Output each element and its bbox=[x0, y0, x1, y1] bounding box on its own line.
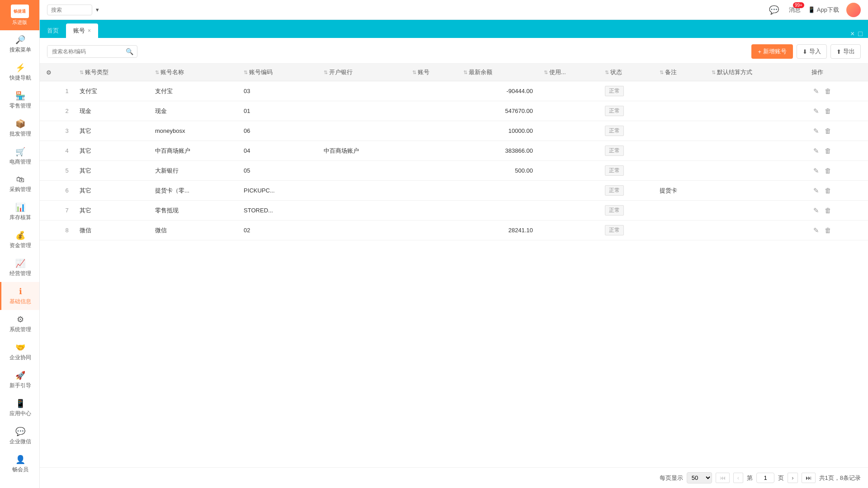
col-type[interactable]: 账号类型 bbox=[76, 64, 151, 81]
search-bar: 🔍 bbox=[47, 45, 137, 58]
sidebar-item-members[interactable]: 👤 畅会员 bbox=[0, 450, 39, 478]
sidebar-item-app-center[interactable]: 📱 应用中心 bbox=[0, 394, 39, 422]
row-default-settle bbox=[708, 161, 808, 181]
row-delete-btn[interactable]: 🗑 bbox=[823, 86, 833, 96]
sidebar-item-label-ecom-mgmt: 电商管理 bbox=[9, 158, 31, 166]
sidebar-item-label-basic-info: 基础信息 bbox=[9, 298, 31, 305]
fund-mgmt-icon: 💰 bbox=[15, 230, 25, 240]
row-default-settle bbox=[708, 141, 808, 161]
col-usage[interactable]: 使用... bbox=[540, 64, 601, 81]
row-usage bbox=[540, 221, 601, 240]
table-header-row: ⚙ 账号类型 账号名称 账号编码 开户银行 账号 最新余额 使用... 状态 备… bbox=[40, 64, 868, 81]
sidebar-menu: 🔎 搜索菜单 ⚡ 快捷导航 🏪 零售管理 📦 批发管理 🛒 电商管理 🛍 采购管… bbox=[0, 30, 39, 488]
row-delete-btn[interactable]: 🗑 bbox=[823, 106, 833, 116]
row-delete-btn[interactable]: 🗑 bbox=[823, 206, 833, 215]
row-delete-btn[interactable]: 🗑 bbox=[823, 126, 833, 136]
sidebar-item-quick-nav[interactable]: ⚡ 快捷导航 bbox=[0, 58, 39, 86]
page-last-btn[interactable]: ⏭ bbox=[802, 473, 816, 483]
sidebar-item-label-retail-mgmt: 零售管理 bbox=[9, 102, 31, 110]
row-delete-btn[interactable]: 🗑 bbox=[823, 186, 833, 195]
app-download-label: App下载 bbox=[817, 6, 839, 14]
col-gear[interactable]: ⚙ bbox=[40, 64, 58, 81]
row-num: 5 bbox=[58, 161, 76, 181]
row-edit-btn[interactable]: ✎ bbox=[811, 225, 821, 235]
row-edit-btn[interactable]: ✎ bbox=[811, 86, 821, 96]
search-input[interactable] bbox=[47, 46, 122, 57]
import-button[interactable]: ⬇ 导入 bbox=[797, 44, 827, 59]
col-balance[interactable]: 最新余额 bbox=[460, 64, 540, 81]
col-remark[interactable]: 备注 bbox=[656, 64, 708, 81]
row-edit-btn[interactable]: ✎ bbox=[811, 166, 821, 176]
row-remark: 提货卡 bbox=[656, 181, 708, 201]
topbar-search-input[interactable] bbox=[47, 5, 92, 15]
window-close-btn[interactable]: × bbox=[849, 30, 856, 38]
col-default-settle[interactable]: 默认结算方式 bbox=[708, 64, 808, 81]
sidebar-item-inventory-calc[interactable]: 📊 库存核算 bbox=[0, 198, 39, 226]
col-account[interactable]: 账号 bbox=[409, 64, 460, 81]
sidebar-item-retail-mgmt[interactable]: 🏪 零售管理 bbox=[0, 86, 39, 114]
row-edit-btn[interactable]: ✎ bbox=[811, 126, 821, 136]
chevron-down-icon: ▾ bbox=[96, 6, 99, 13]
sidebar-item-sys-mgmt[interactable]: ⚙ 系统管理 bbox=[0, 310, 39, 338]
row-edit-btn[interactable]: ✎ bbox=[811, 146, 821, 156]
search-input-wrap: 🔍 bbox=[47, 45, 137, 58]
messages-badge: 99+ bbox=[793, 2, 804, 8]
tab-close-icon[interactable]: × bbox=[88, 28, 91, 33]
row-edit-btn[interactable]: ✎ bbox=[811, 206, 821, 216]
row-delete-btn[interactable]: 🗑 bbox=[823, 146, 833, 155]
add-account-button[interactable]: + 新增账号 bbox=[751, 44, 793, 59]
sidebar-item-biz-protocol[interactable]: 🤝 企业协同 bbox=[0, 338, 39, 366]
export-button[interactable]: ⬆ 导出 bbox=[830, 44, 861, 59]
page-first-btn[interactable]: ⏮ bbox=[716, 473, 730, 483]
app-download-btn[interactable]: 📱 App下载 bbox=[808, 6, 839, 14]
page-next-btn[interactable]: › bbox=[788, 473, 797, 483]
row-balance: -90444.00 bbox=[460, 81, 540, 101]
col-bank[interactable]: 开户银行 bbox=[320, 64, 409, 81]
row-name: 现金 bbox=[151, 101, 240, 121]
sidebar-item-purchase-mgmt[interactable]: 🛍 采购管理 bbox=[0, 170, 39, 198]
row-num: 1 bbox=[58, 81, 76, 101]
row-usage bbox=[540, 81, 601, 101]
page-prev-btn[interactable]: ‹ bbox=[733, 473, 743, 483]
row-name: 中百商场账户 bbox=[151, 141, 240, 161]
sys-mgmt-icon: ⚙ bbox=[17, 314, 24, 324]
tab-home[interactable]: 首页 bbox=[40, 23, 66, 38]
topbar-dropdown[interactable]: ▾ bbox=[96, 6, 99, 13]
table-row: 1 支付宝 支付宝 03 -90444.00 正常 ✎ 🗑 bbox=[40, 81, 868, 101]
page-suffix: 页 bbox=[778, 474, 784, 482]
col-num bbox=[58, 64, 76, 81]
per-page-select[interactable]: 50 20 100 bbox=[687, 472, 712, 483]
row-delete-btn[interactable]: 🗑 bbox=[823, 166, 833, 175]
sidebar-item-biz-wechat[interactable]: 💬 企业微信 bbox=[0, 422, 39, 450]
row-edit-btn[interactable]: ✎ bbox=[811, 186, 821, 196]
import-icon: ⬇ bbox=[802, 48, 807, 55]
row-balance bbox=[460, 181, 540, 201]
sidebar-item-ecom-mgmt[interactable]: 🛒 电商管理 bbox=[0, 142, 39, 170]
sidebar-item-new-guide[interactable]: 🚀 新手引导 bbox=[0, 366, 39, 394]
action-buttons: + 新增账号 ⬇ 导入 ⬆ 导出 bbox=[751, 44, 861, 59]
sidebar-item-fund-mgmt[interactable]: 💰 资金管理 bbox=[0, 226, 39, 254]
row-num: 7 bbox=[58, 201, 76, 221]
sidebar-item-basic-info[interactable]: ℹ 基础信息 bbox=[0, 282, 39, 310]
messages-btn[interactable]: 💬 99+ 消息 bbox=[769, 5, 801, 15]
avatar[interactable] bbox=[846, 3, 861, 17]
search-button[interactable]: 🔍 bbox=[122, 48, 137, 55]
row-code: 06 bbox=[240, 121, 320, 141]
sidebar-item-ops-mgmt[interactable]: 📈 经营管理 bbox=[0, 254, 39, 282]
col-name[interactable]: 账号名称 bbox=[151, 64, 240, 81]
col-status[interactable]: 状态 bbox=[601, 64, 656, 81]
tab-accounts[interactable]: 账号 × bbox=[66, 23, 98, 38]
sidebar-item-batch-mgmt[interactable]: 📦 批发管理 bbox=[0, 114, 39, 142]
row-status: 正常 bbox=[601, 221, 656, 240]
col-code[interactable]: 账号编码 bbox=[240, 64, 320, 81]
sidebar-item-search-menu[interactable]: 🔎 搜索菜单 bbox=[0, 30, 39, 58]
row-edit-btn[interactable]: ✎ bbox=[811, 106, 821, 116]
row-type: 现金 bbox=[76, 101, 151, 121]
window-maximize-btn[interactable]: □ bbox=[856, 30, 864, 38]
row-delete-btn[interactable]: 🗑 bbox=[823, 225, 833, 235]
sidebar-logo: 畅捷通 乐进版 bbox=[0, 0, 39, 30]
page-number-input[interactable] bbox=[756, 473, 774, 483]
table-row: 4 其它 中百商场账户 04 中百商场账户 383866.00 正常 ✎ 🗑 bbox=[40, 141, 868, 161]
sidebar-item-label-members: 畅会员 bbox=[12, 466, 28, 474]
message-icon: 💬 bbox=[769, 5, 779, 15]
